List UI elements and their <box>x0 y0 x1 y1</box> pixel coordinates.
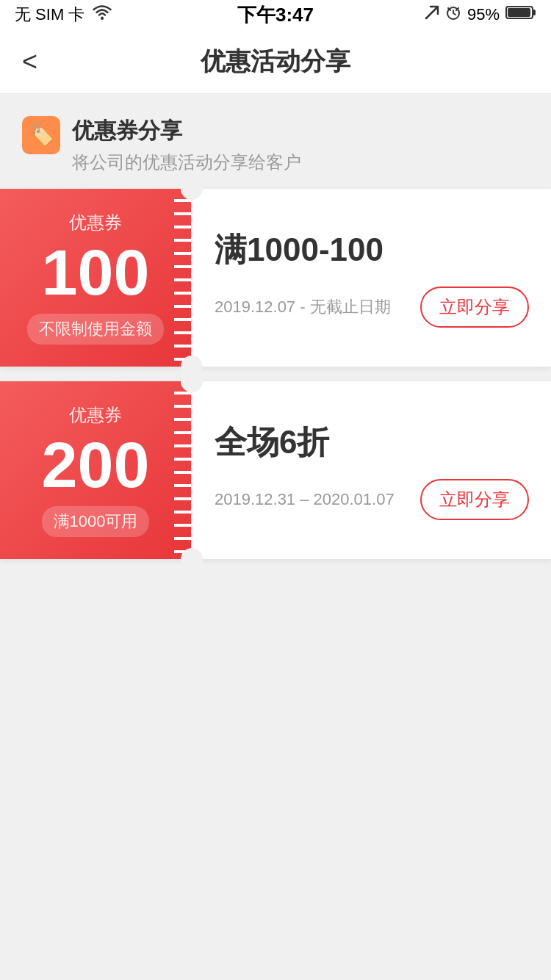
coupon-date-1: 2019.12.31 – 2020.01.07 <box>215 490 395 509</box>
coupon-condition-1: 满1000可用 <box>42 506 150 537</box>
coupon-title-0: 满1000-100 <box>215 228 529 272</box>
svg-rect-3 <box>533 10 536 15</box>
status-left: 无 SIM 卡 <box>15 4 112 26</box>
svg-rect-4 <box>508 8 530 17</box>
back-button[interactable]: < <box>22 46 37 77</box>
coupon-right-0: 满1000-100 2019.12.07 - 无截止日期 立即分享 <box>192 189 551 367</box>
coupon-label-1: 优惠券 <box>69 403 122 427</box>
section-icon: 🏷️ <box>22 116 60 154</box>
empty-area <box>0 596 551 980</box>
nav-bar: < 优惠活动分享 <box>0 29 551 94</box>
section-header: 🏷️ 优惠券分享 将公司的优惠活动分享给客户 <box>0 94 551 189</box>
coupon-emoji-icon: 🏷️ <box>29 123 54 148</box>
coupon-footer-1: 2019.12.31 – 2020.01.07 立即分享 <box>215 479 529 520</box>
coupon-divider-1 <box>191 381 192 559</box>
battery-icon <box>505 4 536 25</box>
coupon-divider-0 <box>191 189 192 367</box>
coupon-amount-0: 100 <box>42 240 150 305</box>
coupon-right-1: 全场6折 2019.12.31 – 2020.01.07 立即分享 <box>192 381 551 559</box>
coupon-list: 优惠券 100 不限制使用金额 满1000-100 2019.12.07 - 无… <box>0 189 551 596</box>
section-heading: 优惠券分享 <box>72 116 301 146</box>
status-time: 下午3:47 <box>237 2 314 28</box>
coupon-label-0: 优惠券 <box>69 211 122 234</box>
status-right: 95% <box>425 4 536 25</box>
battery-percent: 95% <box>467 5 500 24</box>
coupon-share-button-1[interactable]: 立即分享 <box>420 479 529 520</box>
location-icon <box>425 5 439 24</box>
coupon-card: 优惠券 100 不限制使用金额 满1000-100 2019.12.07 - 无… <box>0 189 551 367</box>
coupon-left-1: 优惠券 200 满1000可用 <box>0 381 191 559</box>
coupon-left-0: 优惠券 100 不限制使用金额 <box>0 189 191 367</box>
wifi-icon <box>92 4 112 25</box>
coupon-title-1: 全场6折 <box>215 421 529 464</box>
section-text: 优惠券分享 将公司的优惠活动分享给客户 <box>72 116 301 174</box>
alarm-icon <box>445 4 461 25</box>
section-description: 将公司的优惠活动分享给客户 <box>72 151 301 174</box>
coupon-date-0: 2019.12.07 - 无截止日期 <box>215 296 391 318</box>
svg-point-0 <box>101 17 104 20</box>
carrier-text: 无 SIM 卡 <box>15 4 84 26</box>
coupon-amount-1: 200 <box>42 433 150 497</box>
coupon-condition-0: 不限制使用金额 <box>27 314 164 345</box>
status-bar: 无 SIM 卡 下午3:47 95% <box>0 0 551 29</box>
coupon-share-button-0[interactable]: 立即分享 <box>420 287 529 328</box>
coupon-card: 优惠券 200 满1000可用 全场6折 2019.12.31 – 2020.0… <box>0 381 551 559</box>
coupon-footer-0: 2019.12.07 - 无截止日期 立即分享 <box>215 287 529 328</box>
nav-title: 优惠活动分享 <box>201 45 350 79</box>
